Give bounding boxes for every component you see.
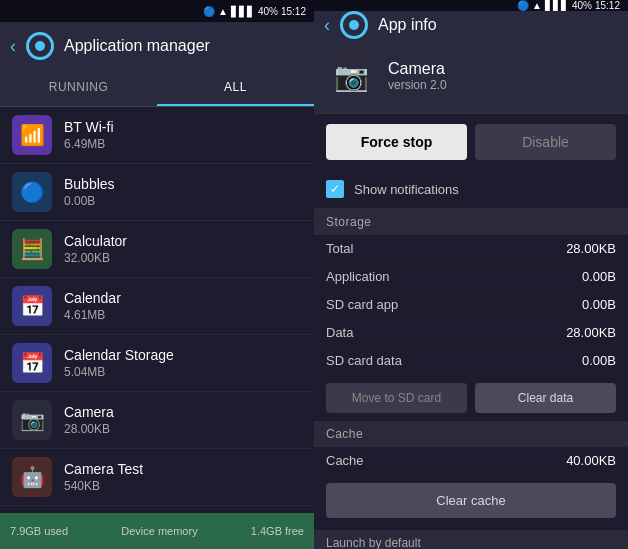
- memory-free-label: 1.4GB free: [251, 525, 304, 537]
- bubbles-name: Bubbles: [64, 176, 302, 192]
- battery-label: 40%: [258, 6, 278, 17]
- force-stop-button[interactable]: Force stop: [326, 124, 467, 160]
- left-status-icons: 🔵 ▲ ▋▋▋ 40% 15:12: [203, 6, 306, 17]
- cache-value: 40.00KB: [566, 453, 616, 468]
- bubbles-icon: 🔵: [12, 172, 52, 212]
- clear-data-button[interactable]: Clear data: [475, 383, 616, 413]
- right-panel: 🔵 ▲ ▋▋▋ 40% 15:12 ‹ App info 📷 Camera ve…: [314, 0, 628, 549]
- list-item[interactable]: 🔵 Bubbles 0.00B: [0, 164, 314, 221]
- list-item[interactable]: 📷 Camera 28.00KB: [0, 392, 314, 449]
- storage-app-row: Application 0.00B: [314, 263, 628, 291]
- calendar-storage-size: 5.04MB: [64, 365, 302, 379]
- storage-sdcard-data-row: SD card data 0.00B: [314, 347, 628, 375]
- device-memory-label: Device memory: [121, 525, 197, 537]
- storage-total-row: Total 28.00KB: [314, 235, 628, 263]
- camera-size: 28.00KB: [64, 422, 302, 436]
- right-header: ‹ App info: [314, 11, 628, 39]
- list-item[interactable]: 🍬 Candy Crush Saga: [0, 506, 314, 513]
- gear-icon-right: [340, 11, 368, 39]
- right-signal-icon: ▋▋▋: [545, 0, 569, 11]
- total-value: 28.00KB: [566, 241, 616, 256]
- cache-section-header: Cache: [314, 421, 628, 447]
- memory-bar-container: 7.9GB used Device memory 1.4GB free: [0, 513, 314, 549]
- left-header: ‹ Application manager: [0, 22, 314, 70]
- right-status-icons: 🔵 ▲ ▋▋▋ 40% 15:12: [517, 0, 620, 11]
- cache-action-buttons: Clear cache: [314, 475, 628, 526]
- camera-app-icon: 📷: [12, 400, 52, 440]
- app-detail-header: 📷 Camera version 2.0: [314, 39, 628, 114]
- show-notifications-checkbox[interactable]: ✓: [326, 180, 344, 198]
- calculator-name: Calculator: [64, 233, 302, 249]
- calculator-icon: 🧮: [12, 229, 52, 269]
- sdcard-app-label: SD card app: [326, 297, 398, 312]
- camera-detail-info: Camera version 2.0: [388, 60, 447, 92]
- data-value: 28.00KB: [566, 325, 616, 340]
- camera-detail-icon: 📷: [326, 51, 376, 101]
- signal-icon: ▋▋▋: [231, 6, 255, 17]
- right-header-title: App info: [378, 16, 437, 34]
- list-item[interactable]: 🧮 Calculator 32.00KB: [0, 221, 314, 278]
- right-battery-label: 40%: [572, 0, 592, 11]
- bubbles-size: 0.00B: [64, 194, 302, 208]
- time-label: 15:12: [281, 6, 306, 17]
- right-bluetooth-icon: 🔵: [517, 0, 529, 11]
- list-item[interactable]: 📅 Calendar Storage 5.04MB: [0, 335, 314, 392]
- back-button-left[interactable]: ‹: [10, 36, 16, 57]
- bt-wifi-size: 6.49MB: [64, 137, 302, 151]
- back-button-right[interactable]: ‹: [324, 15, 330, 36]
- camera-test-icon: 🤖: [12, 457, 52, 497]
- left-panel: 🔵 ▲ ▋▋▋ 40% 15:12 ‹ Application manager …: [0, 0, 314, 549]
- storage-sdcard-row: SD card app 0.00B: [314, 291, 628, 319]
- tab-running[interactable]: RUNNING: [0, 70, 157, 106]
- calendar-size: 4.61MB: [64, 308, 302, 322]
- bt-wifi-name: BT Wi-fi: [64, 119, 302, 135]
- sdcard-data-value: 0.00B: [582, 353, 616, 368]
- calculator-size: 32.00KB: [64, 251, 302, 265]
- sdcard-app-value: 0.00B: [582, 297, 616, 312]
- calendar-storage-name: Calendar Storage: [64, 347, 302, 363]
- cache-label: Cache: [326, 453, 364, 468]
- notifications-row: ✓ Show notifications: [314, 170, 628, 209]
- action-buttons-row: Force stop Disable: [314, 114, 628, 170]
- disable-button[interactable]: Disable: [475, 124, 616, 160]
- calculator-info: Calculator 32.00KB: [64, 233, 302, 265]
- list-item[interactable]: 🤖 Camera Test 540KB: [0, 449, 314, 506]
- right-status-bar: 🔵 ▲ ▋▋▋ 40% 15:12: [314, 0, 628, 11]
- bubbles-info: Bubbles 0.00B: [64, 176, 302, 208]
- calendar-name: Calendar: [64, 290, 302, 306]
- camera-detail-name: Camera: [388, 60, 447, 78]
- tab-all[interactable]: ALL: [157, 70, 314, 106]
- launch-default-header: Launch by default: [314, 530, 628, 549]
- bt-wifi-icon: 📶: [12, 115, 52, 155]
- bt-wifi-info: BT Wi-fi 6.49MB: [64, 119, 302, 151]
- memory-used-label: 7.9GB used: [10, 525, 68, 537]
- storage-section-header: Storage: [314, 209, 628, 235]
- storage-action-buttons: Move to SD card Clear data: [314, 375, 628, 421]
- clear-cache-button[interactable]: Clear cache: [326, 483, 616, 518]
- calendar-storage-icon: 📅: [12, 343, 52, 383]
- right-time-label: 15:12: [595, 0, 620, 11]
- app-list: 📶 BT Wi-fi 6.49MB 🔵 Bubbles 0.00B 🧮 Calc…: [0, 107, 314, 513]
- cache-row: Cache 40.00KB: [314, 447, 628, 475]
- wifi-status-icon: ▲: [218, 6, 228, 17]
- camera-test-size: 540KB: [64, 479, 302, 493]
- total-label: Total: [326, 241, 353, 256]
- calendar-icon: 📅: [12, 286, 52, 326]
- left-header-title: Application manager: [64, 37, 210, 55]
- app-label: Application: [326, 269, 390, 284]
- list-item[interactable]: 📶 BT Wi-fi 6.49MB: [0, 107, 314, 164]
- right-wifi-icon: ▲: [532, 0, 542, 11]
- sdcard-data-label: SD card data: [326, 353, 402, 368]
- app-value: 0.00B: [582, 269, 616, 284]
- camera-detail-version: version 2.0: [388, 78, 447, 92]
- camera-name: Camera: [64, 404, 302, 420]
- camera-test-name: Camera Test: [64, 461, 302, 477]
- show-notifications-label: Show notifications: [354, 182, 459, 197]
- calendar-storage-info: Calendar Storage 5.04MB: [64, 347, 302, 379]
- bluetooth-icon: 🔵: [203, 6, 215, 17]
- tabs-bar: RUNNING ALL: [0, 70, 314, 107]
- move-to-sd-button[interactable]: Move to SD card: [326, 383, 467, 413]
- gear-icon-left: [26, 32, 54, 60]
- camera-test-info: Camera Test 540KB: [64, 461, 302, 493]
- list-item[interactable]: 📅 Calendar 4.61MB: [0, 278, 314, 335]
